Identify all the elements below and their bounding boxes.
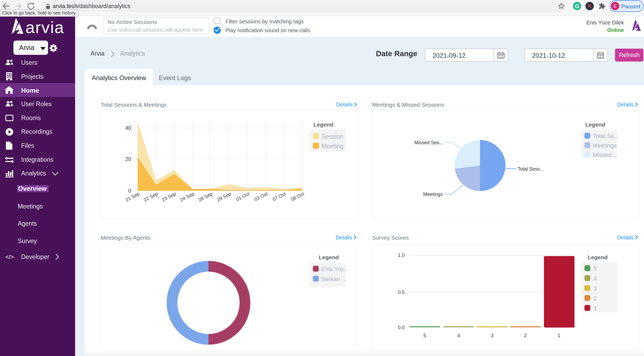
svg-text:0.0: 0.0 — [398, 325, 405, 330]
svg-text:0.5: 0.5 — [398, 290, 405, 295]
svg-text:1: 1 — [558, 333, 561, 338]
svg-text:23 Sep: 23 Sep — [161, 191, 177, 203]
svg-text:20: 20 — [125, 156, 131, 162]
svg-text:2: 2 — [524, 333, 527, 338]
svg-text:01 Oct: 01 Oct — [235, 191, 250, 202]
svg-text:22 Sep: 22 Sep — [143, 191, 159, 203]
svg-text:5: 5 — [423, 333, 426, 338]
svg-text:07 Oct: 07 Oct — [272, 191, 287, 202]
svg-text:29 Sep: 29 Sep — [216, 191, 232, 203]
svg-text:03 Oct: 03 Oct — [253, 191, 268, 202]
svg-text:4: 4 — [457, 333, 460, 338]
svg-text:0: 0 — [128, 188, 131, 194]
svg-text:40: 40 — [125, 125, 131, 131]
svg-text:3: 3 — [491, 333, 494, 338]
svg-text:Meetings: Meetings — [423, 192, 443, 197]
svg-text:24 Sep: 24 Sep — [179, 191, 195, 203]
svg-text:21 Sep: 21 Sep — [125, 191, 141, 203]
svg-text:28 Sep: 28 Sep — [197, 191, 214, 203]
svg-text:1.0: 1.0 — [398, 253, 405, 258]
svg-text:Missed Ses...: Missed Ses... — [414, 140, 443, 145]
svg-text:08 Oct: 08 Oct — [290, 191, 305, 202]
svg-text:Total Sess...: Total Sess... — [518, 166, 544, 172]
